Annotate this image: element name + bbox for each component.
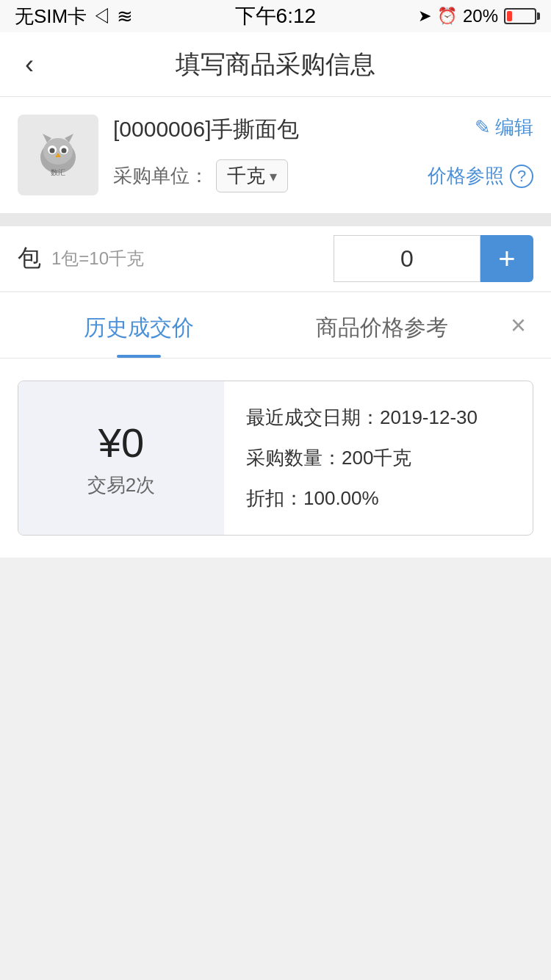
edit-label: 编辑 xyxy=(495,115,533,140)
unit-label: 采购单位： xyxy=(113,163,209,189)
price-ref-button[interactable]: 价格参照 ? xyxy=(428,163,533,189)
nav-bar: ‹ 填写商品采购信息 xyxy=(0,32,551,97)
svg-point-1 xyxy=(43,138,73,165)
discount-label: 折扣： xyxy=(246,487,303,509)
unit-value: 千克 xyxy=(227,163,265,189)
quantity-row: 包 1包=10千克 0 + xyxy=(0,226,551,291)
quantity-unit-char: 包 xyxy=(18,242,41,275)
price-times: 交易2次 xyxy=(87,472,155,498)
svg-point-6 xyxy=(50,148,55,154)
recent-date-label: 最近成交日期： xyxy=(246,406,380,428)
unit-left: 采购单位： 千克 ▾ xyxy=(113,159,288,192)
unit-select-dropdown[interactable]: 千克 ▾ xyxy=(216,159,288,192)
tabs-header: 历史成交价 商品价格参考 × xyxy=(0,292,551,359)
price-card: ¥0 交易2次 最近成交日期：2019-12-30 采购数量：200千克 折扣：… xyxy=(18,381,533,536)
price-summary: ¥0 交易2次 xyxy=(18,381,224,535)
page-title: 填写商品采购信息 xyxy=(176,48,375,82)
product-image: 数汇 xyxy=(18,115,98,195)
close-icon: × xyxy=(511,310,526,340)
quantity-input[interactable]: 0 xyxy=(334,235,480,282)
status-carrier: 无SIM卡 ◁ ≋ xyxy=(15,4,133,29)
quantity-label: 包 1包=10千克 xyxy=(18,242,144,275)
unit-row: 采购单位： 千克 ▾ 价格参照 ? xyxy=(113,159,533,192)
tab-history-price[interactable]: 历史成交价 xyxy=(18,292,260,358)
discount-value: 100.00% xyxy=(303,487,379,509)
status-time: 下午6:12 xyxy=(235,2,317,30)
quantity-plus-button[interactable]: + xyxy=(480,235,533,282)
location-icon: ➤ xyxy=(418,7,431,26)
product-name: [0000006]手撕面包 xyxy=(113,115,299,145)
tabs-close-button[interactable]: × xyxy=(503,303,533,348)
purchase-qty-value: 200千克 xyxy=(342,447,411,469)
alarm-icon: ⏰ xyxy=(437,7,457,26)
battery-fill xyxy=(507,11,512,21)
recent-date-value: 2019-12-30 xyxy=(380,406,478,428)
purchase-qty-row: 采购数量：200千克 xyxy=(246,444,511,472)
product-card: 数汇 [0000006]手撕面包 ✎ 编辑 采购单位： 千克 ▾ 价格参照 ? xyxy=(0,97,551,213)
price-ref-label: 价格参照 xyxy=(428,163,504,189)
recent-date-row: 最近成交日期：2019-12-30 xyxy=(246,403,511,432)
discount-row: 折扣：100.00% xyxy=(246,484,511,513)
price-details: 最近成交日期：2019-12-30 采购数量：200千克 折扣：100.00% xyxy=(224,381,533,535)
svg-text:数汇: 数汇 xyxy=(51,168,65,176)
product-info: [0000006]手撕面包 ✎ 编辑 采购单位： 千克 ▾ 价格参照 ? xyxy=(113,115,533,192)
bottom-area xyxy=(0,558,551,980)
tab-price-reference-label: 商品价格参考 xyxy=(316,315,448,339)
help-icon: ? xyxy=(510,165,533,188)
tabs-container: 历史成交价 商品价格参考 × ¥0 交易2次 最近成交日期：2019-12-30… xyxy=(0,292,551,558)
product-thumbnail: 数汇 xyxy=(29,126,87,184)
status-bar: 无SIM卡 ◁ ≋ 下午6:12 ➤ ⏰ 20% xyxy=(0,0,551,32)
tab-history-price-label: 历史成交价 xyxy=(84,315,194,339)
product-header: [0000006]手撕面包 ✎ 编辑 xyxy=(113,115,533,145)
quantity-controls: 0 + xyxy=(334,235,533,282)
plus-icon: + xyxy=(498,242,515,275)
edit-button[interactable]: ✎ 编辑 xyxy=(475,115,533,140)
product-logo-icon: 数汇 xyxy=(32,129,84,181)
tab-price-reference[interactable]: 商品价格参考 xyxy=(260,292,503,358)
svg-point-7 xyxy=(62,148,67,154)
quantity-value: 0 xyxy=(400,245,414,273)
tab-active-indicator xyxy=(117,355,161,358)
carrier-text: 无SIM卡 ◁ ≋ xyxy=(15,4,133,29)
quantity-unit-ratio: 1包=10千克 xyxy=(51,247,144,270)
dropdown-icon: ▾ xyxy=(270,167,277,185)
price-amount: ¥0 xyxy=(98,419,144,466)
section-divider xyxy=(0,213,551,226)
back-icon: ‹ xyxy=(25,49,34,79)
purchase-qty-label: 采购数量： xyxy=(246,447,342,469)
status-right: ➤ ⏰ 20% xyxy=(418,6,536,26)
back-button[interactable]: ‹ xyxy=(18,42,41,87)
edit-icon: ✎ xyxy=(475,116,491,139)
battery-percent: 20% xyxy=(463,6,498,26)
battery-icon xyxy=(504,8,536,24)
history-price-content: ¥0 交易2次 最近成交日期：2019-12-30 采购数量：200千克 折扣：… xyxy=(0,359,551,558)
